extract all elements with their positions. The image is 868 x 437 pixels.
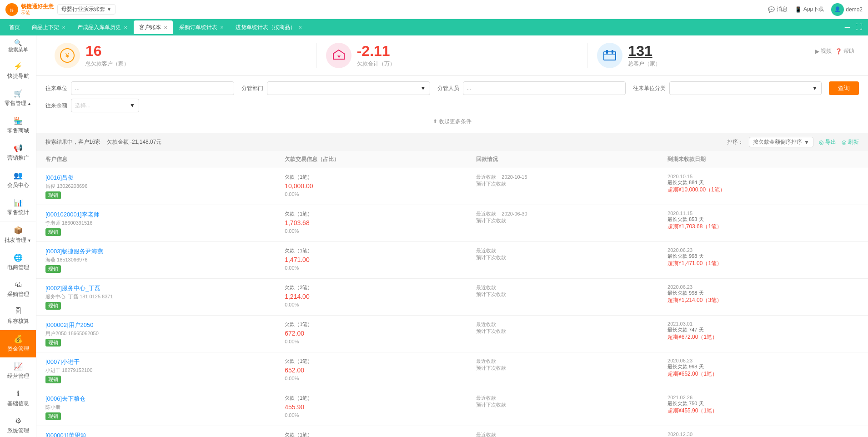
balance-select[interactable]: 选择... ▼: [71, 99, 139, 112]
collapse-btn[interactable]: ⬆ 收起更多条件: [45, 116, 859, 127]
debt-percent-5: 0.00%: [285, 339, 476, 344]
tab-close-icon[interactable]: ✕: [298, 25, 302, 30]
message-icon: 💬: [768, 6, 775, 13]
result-bar: 搜索结果中，客户16家 欠款金额 -21,148.07元 排序： 按欠款金额倒序…: [36, 133, 868, 151]
svg-text:¥: ¥: [65, 52, 69, 59]
col-header-debt: 欠款交易信息（占比）: [285, 156, 476, 163]
overdue-link-6[interactable]: 超期¥652.00（1笔）: [667, 370, 859, 378]
dept-select[interactable]: ▼: [267, 81, 430, 95]
customer-name-link-1[interactable]: [0016]吕俊: [45, 174, 285, 182]
filter-dept-label: 分管部门: [241, 85, 263, 92]
customer-sub-7: 陈小册: [45, 404, 285, 411]
collect-next-6: 预计下次收款: [476, 365, 667, 372]
overdue-days-5: 最长欠款 747 天: [667, 326, 859, 333]
sidebar-item-finance[interactable]: 💰 资金管理: [0, 330, 36, 357]
debt-info-3: 欠款（1笔） 1,471.00 0.00%: [285, 247, 476, 271]
customer-sub-6: 小进干 18279152100: [45, 367, 285, 374]
sidebar-item-marketing[interactable]: 📢 营销推广: [0, 139, 36, 166]
tab-close-icon[interactable]: ✕: [220, 25, 224, 30]
overdue-link-1[interactable]: 超期¥10,000.00（1笔）: [667, 186, 859, 194]
sidebar-search[interactable]: 🔍 搜索菜单: [0, 35, 36, 57]
collect-latest-8: 最近收款: [476, 432, 667, 437]
debt-amount-1[interactable]: 10,000.00: [285, 182, 476, 190]
person-input[interactable]: ...: [463, 81, 626, 95]
sort-chevron-icon: ▼: [804, 139, 809, 146]
tab-close-icon[interactable]: ✕: [124, 25, 127, 30]
tab-close-icon[interactable]: ✕: [62, 25, 65, 30]
overdue-link-3[interactable]: 超期¥1,471.00（1笔）: [667, 260, 859, 267]
stat-actions: ▶ 视频 ❓ 帮助: [815, 47, 854, 55]
overdue-link-4[interactable]: 超期¥1,214.00（3笔）: [667, 296, 859, 304]
overdue-link-7[interactable]: 超期¥455.90（1笔）: [667, 407, 859, 415]
customer-name-link-7[interactable]: [0006]去下粮仓: [45, 395, 285, 403]
sidebar-item-quick-nav[interactable]: ⚡ 快捷导航: [0, 57, 36, 85]
tab-stock-stats[interactable]: 进货单统计表（按商品） ✕: [230, 20, 307, 34]
tab-customer-account[interactable]: 客户账本 ✕: [134, 20, 173, 34]
collect-info-5: 最近收款 预计下次收款: [476, 321, 667, 335]
overdue-days-4: 最长欠款 998 天: [667, 290, 859, 296]
debt-amount-7[interactable]: 455.90: [285, 403, 476, 411]
sidebar-item-purchase[interactable]: 🛍 采购管理: [0, 276, 36, 303]
table-row: [000001]黄思源 黄思源 13552700226 现销 欠款（1笔） 42…: [36, 426, 868, 437]
maximize-btn[interactable]: ⛶: [853, 22, 864, 32]
sidebar-item-retail-stats[interactable]: 📊 零售统计: [0, 194, 36, 221]
collect-next-1: 预计下次收款: [476, 181, 667, 187]
tab-close-icon[interactable]: ✕: [164, 25, 167, 30]
sidebar-item-retail-mall[interactable]: 🏪 零售商城: [0, 112, 36, 139]
sidebar-item-retail-mgmt[interactable]: 🛒 零售管理 ▲: [0, 85, 36, 112]
video-btn[interactable]: ▶ 视频: [815, 47, 832, 55]
search-button[interactable]: 查询: [829, 81, 859, 95]
sort-select[interactable]: 按欠款金额倒序排序 ▼: [749, 137, 813, 147]
overdue-link-2[interactable]: 超期¥1,703.68（1笔）: [667, 223, 859, 231]
source-unit-input[interactable]: ...: [71, 81, 234, 95]
filter-person: 分管人员 ...: [437, 81, 626, 95]
sidebar-item-system[interactable]: ⚙ 系统管理: [0, 412, 36, 437]
customer-name-link-5[interactable]: [000002]用户2050: [45, 321, 285, 329]
sidebar-item-stock[interactable]: 🗄 库存核算: [0, 303, 36, 330]
debt-amount-2[interactable]: 1,703.68: [285, 219, 476, 226]
sidebar-item-operation[interactable]: 📈 经营管理: [0, 357, 36, 385]
customer-name-link-8[interactable]: [000001]黄思源: [45, 432, 285, 437]
customer-name-link-4[interactable]: [0002]服务中心_丁磊: [45, 284, 285, 292]
overdue-days-3: 最长欠款 998 天: [667, 253, 859, 260]
app-download-btn[interactable]: 📱 App下载: [795, 5, 824, 13]
debt-count-8: 欠款（1笔）: [285, 432, 476, 437]
overdue-link-5[interactable]: 超期¥672.00（1笔）: [667, 333, 859, 341]
tab-home[interactable]: 首页: [4, 20, 25, 34]
stat-label-total: 总客户（家）: [628, 60, 850, 68]
sidebar-item-basic-info[interactable]: ℹ 基础信息: [0, 385, 36, 412]
stock-icon: 🗄: [15, 307, 22, 316]
stat-card-debt-customers: ¥ 16 总欠款客户（家）: [45, 43, 317, 68]
help-btn[interactable]: ❓ 帮助: [835, 47, 854, 55]
export-btn[interactable]: ◎ 导出: [819, 138, 836, 146]
purchase-icon: 🛍: [15, 281, 22, 289]
debt-amount-3[interactable]: 1,471.00: [285, 256, 476, 263]
tab-purchase-order[interactable]: 采购订单统计表 ✕: [174, 20, 229, 34]
result-text: 搜索结果中，客户16家: [45, 139, 100, 145]
stat-label-debt: 总欠款客户（家）: [85, 60, 307, 68]
debt-amount-4[interactable]: 1,214.00: [285, 293, 476, 300]
minimize-btn[interactable]: ─: [843, 22, 852, 32]
debt-amount-5[interactable]: 672.00: [285, 330, 476, 337]
sidebar-item-member[interactable]: 👥 会员中心: [0, 166, 36, 194]
debt-amount-6[interactable]: 652.00: [285, 367, 476, 374]
stats-icon: 📊: [14, 198, 23, 207]
content-area: ¥ 16 总欠款客户（家） ★ -2.11 欠款合计（万）: [36, 35, 868, 437]
industry-selector[interactable]: 母婴行业演示账套 ▼: [57, 4, 115, 15]
tab-product-shelf[interactable]: 商品上下架 ✕: [26, 20, 71, 34]
debt-info-6: 欠款（1笔） 652.00 0.00%: [285, 358, 476, 381]
customer-name-link-6[interactable]: [0007]小进干: [45, 358, 285, 366]
user-menu[interactable]: 👤 demo2: [831, 3, 863, 16]
refresh-icon: ◎: [842, 139, 846, 146]
tab-product-history[interactable]: 产成品入库单历史 ✕: [72, 20, 133, 34]
sidebar-item-ecommerce[interactable]: 🌐 电商管理: [0, 249, 36, 276]
overdue-info-5: 2021.03.01 最长欠款 747 天 超期¥672.00（1笔）: [667, 321, 859, 341]
customer-name-link-3[interactable]: [0003]畅捷服务尹海燕: [45, 247, 285, 256]
refresh-btn[interactable]: ◎ 刷新: [842, 138, 859, 146]
sidebar-item-batch-mgmt[interactable]: 📦 批发管理 ▼: [0, 221, 36, 249]
message-btn[interactable]: 💬 消息: [768, 5, 788, 13]
overdue-days-2: 最长欠款 853 天: [667, 216, 859, 223]
customer-name-link-2[interactable]: [0001020001]李老师: [45, 211, 285, 219]
result-summary: 搜索结果中，客户16家 欠款金额 -21,148.07元: [45, 138, 161, 146]
unit-category-select[interactable]: ▼: [669, 81, 822, 95]
